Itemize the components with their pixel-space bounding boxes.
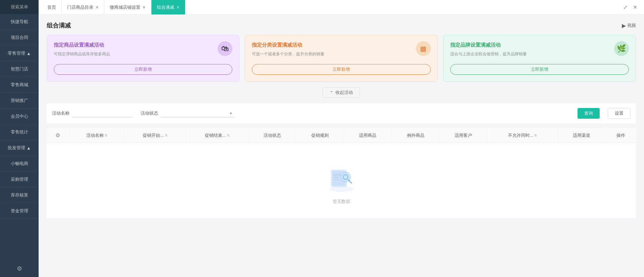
th-name: 活动名称 ⇅ bbox=[69, 128, 124, 143]
sort-icon-concurrent: ⇅ bbox=[534, 133, 537, 137]
th-goods: 适用商品 bbox=[344, 128, 392, 143]
th-no-concurrent: 不允许同时... ⇅ bbox=[487, 128, 558, 143]
sidebar-item-project-contract[interactable]: 项目合同 bbox=[0, 30, 39, 46]
th-except: 例外商品 bbox=[392, 128, 439, 143]
th-start: 促销开始... ⇅ bbox=[124, 128, 186, 143]
card-brand: 🌿 指定品牌设置满减活动 适合与上游企业联合做营销，提升品牌销量 立即新增 bbox=[443, 35, 636, 82]
tab-store-catalog[interactable]: 门店商品目录 ✕ bbox=[62, 0, 104, 14]
sidebar-item-marketing[interactable]: 营销推广 bbox=[0, 93, 39, 109]
filter-name-field: 活动名称 bbox=[52, 109, 133, 117]
th-status: 活动状态 bbox=[248, 128, 296, 143]
filter-status-label: 活动状态 bbox=[141, 110, 158, 116]
sidebar-item-member-center[interactable]: 会员中心 bbox=[0, 109, 39, 124]
sidebar-item-retail-mgmt[interactable]: 零售管理 ▲ bbox=[0, 46, 39, 61]
svg-rect-7 bbox=[333, 174, 341, 175]
tab-combo-discount[interactable]: 组合满减 ✕ bbox=[151, 0, 185, 14]
empty-text: 暂无数据 bbox=[333, 199, 350, 205]
page-header: 组合满减 ▶ 视频 bbox=[47, 21, 636, 30]
sort-icon-name: ⇅ bbox=[105, 133, 107, 137]
svg-rect-8 bbox=[333, 177, 339, 178]
card-product-desc: 可指定滞销商品或库存较多商品 bbox=[54, 51, 232, 60]
tab-close-wechat-shop[interactable]: ✕ bbox=[142, 5, 146, 10]
card-brand-btn[interactable]: 立即新增 bbox=[450, 64, 629, 75]
promo-table: ⚙ 活动名称 ⇅ 促销开始... ⇅ bbox=[47, 128, 636, 143]
card-category: ▦ 指定分类设置满减活动 可选一个或者多个分类，提升分类的销量 立即新增 bbox=[245, 35, 438, 82]
chevron-up-icon: ⌃ bbox=[330, 90, 333, 95]
card-product-icon: 🛍 bbox=[218, 41, 232, 56]
svg-point-0 bbox=[329, 186, 354, 192]
sort-icon-start: ⇅ bbox=[165, 133, 168, 137]
sidebar-item-retail-mall[interactable]: 零售商城 bbox=[0, 77, 39, 93]
sidebar-item-inventory[interactable]: 库存核算 bbox=[0, 187, 39, 203]
sidebar-search[interactable]: 搜索菜单 bbox=[0, 0, 39, 14]
card-brand-desc: 适合与上游企业联合做营销，提升品牌销量 bbox=[450, 51, 629, 60]
card-brand-title: 指定品牌设置满减活动 bbox=[450, 42, 629, 48]
sidebar-item-xiaochangec[interactable]: 小畅电商 bbox=[0, 156, 39, 172]
collapse-button[interactable]: ⌃ 收起活动 bbox=[323, 87, 360, 98]
tab-close-combo-discount[interactable]: ✕ bbox=[176, 5, 180, 10]
gear-icon[interactable]: ⚙ bbox=[55, 132, 60, 138]
th-settings[interactable]: ⚙ bbox=[47, 128, 69, 143]
filter-status-field: 活动状态 进行中 已结束 未开始 ▼ bbox=[141, 109, 235, 117]
th-rule: 促销规则 bbox=[296, 128, 344, 143]
th-customer: 适用客户 bbox=[440, 128, 487, 143]
empty-illustration bbox=[325, 163, 358, 193]
page-title: 组合满减 bbox=[47, 21, 71, 30]
settings-icon[interactable]: ⚙ bbox=[0, 260, 39, 277]
close-button[interactable]: ✕ bbox=[632, 3, 639, 11]
svg-rect-9 bbox=[333, 179, 339, 180]
filter-name-input[interactable] bbox=[72, 109, 133, 117]
promo-cards-row: 🛍 指定商品设置满减活动 可指定滞销商品或库存较多商品 立即新增 ▦ 指定分类设… bbox=[47, 35, 636, 82]
expand-arrow-icon2: ▲ bbox=[27, 146, 31, 151]
empty-state: 暂无数据 bbox=[47, 143, 636, 218]
sort-icon-end: ⇅ bbox=[227, 133, 230, 137]
th-channel: 适用渠道 bbox=[558, 128, 605, 143]
card-product-btn[interactable]: 立即新增 bbox=[54, 64, 232, 75]
card-product-title: 指定商品设置满减活动 bbox=[54, 42, 232, 48]
sidebar-item-fund-mgmt[interactable]: 资金管理 bbox=[0, 203, 39, 219]
sidebar-item-quick-nav[interactable]: 快捷导航 bbox=[0, 14, 39, 30]
svg-line-6 bbox=[348, 180, 352, 183]
th-end: 促销结束... ⇅ bbox=[186, 128, 248, 143]
table-header-row: ⚙ 活动名称 ⇅ 促销开始... ⇅ bbox=[47, 128, 636, 143]
tab-wechat-shop[interactable]: 微商城店铺设置 ✕ bbox=[104, 0, 151, 14]
page-content: 组合满减 ▶ 视频 🛍 指定商品设置满减活动 可指定滞销商品或库存较多商品 立即… bbox=[39, 15, 644, 277]
card-category-btn[interactable]: 立即新增 bbox=[252, 64, 430, 75]
main-area: 首页 门店商品目录 ✕ 微商城店铺设置 ✕ 组合满减 ✕ ⤢ ✕ 组合满减 ▶ … bbox=[39, 0, 644, 277]
filter-name-label: 活动名称 bbox=[52, 110, 70, 116]
sidebar-item-purchase-mgmt[interactable]: 采购管理 bbox=[0, 172, 39, 187]
video-circle-icon: ▶ bbox=[622, 22, 626, 29]
th-action: 操作 bbox=[605, 128, 636, 143]
video-link[interactable]: ▶ 视频 bbox=[622, 22, 636, 29]
filter-row: 活动名称 活动状态 进行中 已结束 未开始 ▼ 查询 设置 bbox=[47, 103, 636, 123]
set-button[interactable]: 设置 bbox=[608, 108, 631, 119]
card-product: 🛍 指定商品设置满减活动 可指定滞销商品或库存较多商品 立即新增 bbox=[47, 35, 239, 82]
card-category-icon: ▦ bbox=[416, 41, 431, 56]
sidebar-item-retail-stats[interactable]: 零售统计 bbox=[0, 124, 39, 140]
sidebar-item-wholesale-mgmt[interactable]: 批发管理 ▲ bbox=[0, 140, 39, 156]
query-button[interactable]: 查询 bbox=[578, 108, 600, 119]
tab-bar: 首页 门店商品目录 ✕ 微商城店铺设置 ✕ 组合满减 ✕ ⤢ ✕ bbox=[39, 0, 644, 15]
sidebar-item-smart-store[interactable]: 智慧门店 bbox=[0, 61, 39, 77]
tab-home[interactable]: 首页 bbox=[42, 0, 62, 14]
window-controls: ⤢ ✕ bbox=[622, 3, 641, 11]
tab-close-store-catalog[interactable]: ✕ bbox=[95, 5, 99, 10]
expand-arrow-icon: ▲ bbox=[27, 51, 31, 56]
maximize-button[interactable]: ⤢ bbox=[622, 3, 629, 11]
sidebar: 搜索菜单 快捷导航 项目合同 零售管理 ▲ 智慧门店 零售商城 营销推广 会员中… bbox=[0, 0, 39, 277]
filter-status-select[interactable]: 进行中 已结束 未开始 bbox=[161, 109, 235, 117]
table-container: ⚙ 活动名称 ⇅ 促销开始... ⇅ bbox=[47, 128, 636, 218]
card-category-desc: 可选一个或者多个分类，提升分类的销量 bbox=[252, 51, 430, 60]
card-brand-icon: 🌿 bbox=[614, 41, 629, 56]
card-category-title: 指定分类设置满减活动 bbox=[252, 42, 430, 48]
collapse-bar: ⌃ 收起活动 bbox=[47, 87, 636, 98]
